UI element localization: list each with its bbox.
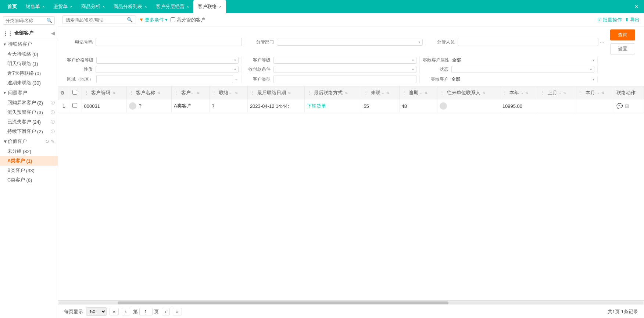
sidebar-search-icon[interactable]: 🔍 bbox=[46, 18, 52, 23]
main-search-icon[interactable]: 🔍 bbox=[127, 17, 133, 22]
sort-overdue[interactable]: ⇅ bbox=[425, 91, 427, 95]
nav-tab-customerlayer[interactable]: 客户分层经营 × bbox=[151, 0, 193, 13]
close-tab-analysislist[interactable]: × bbox=[144, 4, 147, 9]
col-not-contacted[interactable]: ⋮ 未联... ⇅ bbox=[361, 86, 399, 99]
settings-gear-icon[interactable]: ⚙ bbox=[60, 90, 65, 96]
more-filter-btn[interactable]: ▼ 更多条件 ▾ bbox=[139, 17, 168, 23]
sidebar-collapse-btn[interactable]: ◀ bbox=[51, 31, 55, 36]
col-this-month[interactable]: ⋮ 本月... ⇅ bbox=[576, 86, 614, 99]
close-tab-customercontact[interactable]: × bbox=[219, 4, 221, 9]
input-region[interactable] bbox=[96, 75, 233, 83]
nav-tab-analysis[interactable]: 商品分析 × bbox=[77, 0, 109, 13]
col-code[interactable]: ⋮ 客户编码 ⇅ bbox=[82, 86, 126, 99]
sidebar-item-tomorrow-contact[interactable]: 明天待联络 (1) bbox=[0, 59, 58, 68]
close-tab-salesorder[interactable]: × bbox=[42, 4, 44, 9]
qr-action-icon[interactable]: ⊞ bbox=[625, 103, 629, 109]
sidebar-search-box[interactable]: 🔍 bbox=[3, 16, 55, 25]
setting-button[interactable]: 设置 bbox=[610, 43, 635, 54]
select-payment[interactable]: ▾ bbox=[273, 66, 416, 73]
my-customers-filter[interactable]: 我分管的客户 bbox=[171, 17, 205, 23]
nav-tab-purchaseorder[interactable]: 进货单 × bbox=[49, 0, 76, 13]
col-overdue[interactable]: ⋮ 逾期... ⇅ bbox=[399, 86, 437, 99]
dots-region[interactable]: ··· bbox=[235, 77, 239, 82]
select-all-checkbox[interactable] bbox=[72, 90, 77, 95]
page-input[interactable] bbox=[139, 308, 153, 315]
row-checkbox[interactable] bbox=[72, 103, 77, 108]
per-page-select[interactable]: 50 100 200 bbox=[86, 307, 107, 316]
sidebar-item-repurchase-abnormal[interactable]: 回购异常客户 (2) ⓘ bbox=[0, 98, 58, 107]
main-search-input[interactable] bbox=[66, 17, 127, 22]
close-all-tabs[interactable]: × bbox=[632, 2, 641, 11]
sidebar-item-class-b[interactable]: B类客户 (33) bbox=[0, 166, 58, 175]
close-tab-customerlayer[interactable]: × bbox=[187, 4, 189, 9]
col-last-contact-method[interactable]: ⋮ 最后联络方式 ⇅ bbox=[304, 86, 361, 99]
refresh-value-icon[interactable]: ↻ bbox=[45, 139, 49, 144]
export-btn[interactable]: ⬆ 导出 bbox=[625, 17, 640, 23]
sidebar-all-customers[interactable]: ⋮⋮ 全部客户 ◀ bbox=[0, 28, 58, 39]
col-contact-person[interactable]: ⋮ 往来单位联系人 ⇅ bbox=[437, 86, 500, 99]
col-drag-thismonth: ⋮ bbox=[579, 90, 583, 95]
section-problem-customers[interactable]: ▼ 问题客户 bbox=[0, 88, 58, 98]
query-button[interactable]: 查询 bbox=[610, 29, 635, 40]
nav-tab-analysislist[interactable]: 商品分析列表 × bbox=[109, 0, 151, 13]
col-name[interactable]: ⋮ 客户名称 ⇅ bbox=[126, 86, 171, 99]
sidebar-item-class-c[interactable]: C类客户 (6) bbox=[0, 175, 58, 185]
col-last-contact-date[interactable]: ⋮ 最后联络日期 ⇅ bbox=[247, 86, 304, 99]
sort-nc[interactable]: ⇅ bbox=[386, 91, 389, 95]
sort-contact[interactable]: ⇅ bbox=[235, 91, 238, 95]
col-last-month[interactable]: ⋮ 上月... ⇅ bbox=[538, 86, 576, 99]
select-nature[interactable]: ▾ bbox=[96, 66, 239, 73]
input-phone[interactable] bbox=[96, 38, 242, 46]
section-pending-contact[interactable]: ▼ 待联络客户 bbox=[0, 39, 58, 49]
col-contact-count[interactable]: ⋮ 联络... ⇅ bbox=[210, 86, 247, 99]
col-customer-type[interactable]: ⋮ 客户... ⇅ bbox=[172, 86, 210, 99]
select-customer-level[interactable]: ▾ bbox=[273, 57, 416, 64]
main-search-box[interactable]: 🔍 bbox=[62, 15, 136, 24]
chat-action-icon[interactable]: 💬 bbox=[616, 103, 623, 109]
dots-manager[interactable]: ··· bbox=[600, 39, 604, 45]
sort-name[interactable]: ⇅ bbox=[157, 91, 160, 95]
batch-op-btn[interactable]: ☑ 批量操作 bbox=[597, 17, 622, 23]
sort-lastmonth[interactable]: ⇅ bbox=[563, 91, 566, 95]
sidebar-search-input[interactable] bbox=[6, 18, 46, 23]
select-department[interactable]: ▾ bbox=[277, 39, 423, 46]
close-tab-purchaseorder[interactable]: × bbox=[70, 4, 72, 9]
sidebar-item-class-a[interactable]: A类客户 (1) bbox=[0, 156, 58, 166]
sort-method[interactable]: ⇅ bbox=[345, 91, 348, 95]
edit-value-icon[interactable]: ✎ bbox=[51, 139, 55, 144]
last-contact-method-link[interactable]: 下销货单 bbox=[307, 103, 326, 109]
horizontal-scrollbar[interactable] bbox=[58, 300, 644, 305]
col-this-year[interactable]: ⋮ 本年... ⇅ bbox=[500, 86, 538, 99]
nav-home[interactable]: 首页 bbox=[3, 0, 21, 13]
prev-page-btn[interactable]: ‹ bbox=[122, 308, 130, 315]
close-tab-analysis[interactable]: × bbox=[103, 4, 105, 9]
sidebar-item-overdue-contact[interactable]: 逾期未联络 (30) bbox=[0, 78, 58, 88]
scrollbar-thumb[interactable] bbox=[118, 301, 448, 304]
section-value-customers[interactable]: ▼ 价值客户 ↻ ✎ bbox=[0, 136, 58, 146]
export-icon: ⬆ bbox=[625, 17, 629, 22]
sidebar-item-churned[interactable]: 已流失客户 (24) ⓘ bbox=[0, 117, 58, 127]
nav-tab-salesorder[interactable]: 销售单 × bbox=[21, 0, 49, 13]
input-manager[interactable] bbox=[458, 38, 598, 46]
sort-code[interactable]: ⇅ bbox=[112, 91, 115, 95]
my-customers-checkbox[interactable] bbox=[171, 17, 175, 22]
sort-person[interactable]: ⇅ bbox=[482, 91, 485, 95]
input-customer-type[interactable] bbox=[273, 75, 416, 83]
sort-lastdate[interactable]: ⇅ bbox=[288, 91, 291, 95]
first-page-btn[interactable]: « bbox=[110, 308, 119, 315]
last-page-btn[interactable]: » bbox=[173, 308, 182, 315]
sidebar-item-churn-warning[interactable]: 流失预警客户 (3) ⓘ bbox=[0, 107, 58, 117]
sort-type[interactable]: ⇅ bbox=[197, 91, 200, 95]
next-page-btn[interactable]: › bbox=[162, 308, 170, 315]
sort-thismonth[interactable]: ⇅ bbox=[601, 91, 604, 95]
select-price-level[interactable]: ▾ bbox=[96, 57, 239, 64]
nav-tab-customercontact[interactable]: 客户联络 × bbox=[193, 0, 226, 13]
sidebar-item-ungrouped[interactable]: 未分组 (32) bbox=[0, 146, 58, 156]
scrollbar-track[interactable] bbox=[59, 301, 643, 304]
col-drag-type: ⋮ bbox=[174, 90, 179, 95]
sort-thisyear[interactable]: ⇅ bbox=[525, 91, 528, 95]
sidebar-item-today-contact[interactable]: 今天待联络 (0) bbox=[0, 49, 58, 59]
sidebar-item-declining[interactable]: 持续下滑客户 (2) ⓘ bbox=[0, 127, 58, 136]
select-status[interactable]: ▾ bbox=[451, 66, 594, 73]
sidebar-item-7day-contact[interactable]: 近7天待联络 (0) bbox=[0, 68, 58, 78]
